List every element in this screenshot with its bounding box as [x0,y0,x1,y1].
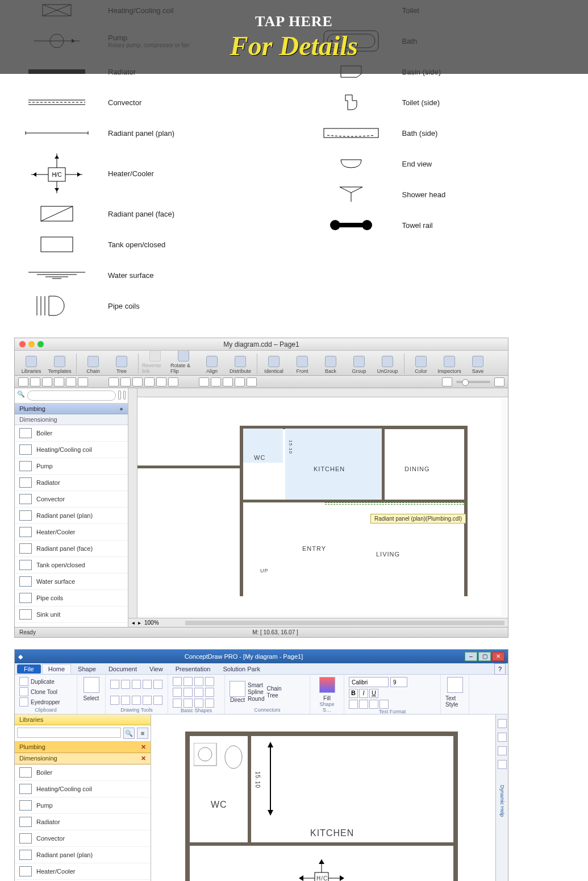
toolbar-chain[interactable]: Chain [80,356,106,374]
basic-shape-icon[interactable] [184,688,193,697]
shape-tool-icon[interactable] [121,680,130,689]
text-style-icon[interactable] [447,677,463,693]
tool-icon[interactable] [78,377,88,387]
selected-shape[interactable] [325,502,467,505]
library-item[interactable]: Convector [15,491,128,508]
library-item[interactable]: Radiant panel (plan) [15,847,151,863]
basic-shape-icon[interactable] [205,688,214,697]
tool-icon[interactable] [144,377,155,387]
eyedropper-icon[interactable] [19,697,28,707]
library-item[interactable]: Heater/Cooler [15,863,151,880]
shape-tool-icon[interactable] [110,680,119,689]
library-item[interactable]: Radiator [15,814,151,830]
collapse-icon[interactable]: ● [119,405,123,412]
round-connector[interactable]: Round [248,696,264,702]
close-section-icon[interactable]: ✕ [141,755,146,762]
shape-tool-icon[interactable] [110,696,119,705]
close-icon[interactable] [19,341,26,347]
library-item[interactable]: Radiant panel (plan) [15,508,128,524]
bold-icon[interactable]: B [349,689,358,698]
section-plumbing[interactable]: Plumbing✕ [15,742,151,753]
zoom-out-icon[interactable] [442,377,452,387]
basic-shape-icon[interactable] [205,677,214,686]
align-right-icon[interactable] [369,700,378,709]
tool-icon[interactable] [247,377,257,387]
align-center-icon[interactable] [359,700,368,709]
align-left-icon[interactable] [349,700,358,709]
maximize-button[interactable]: ▢ [478,652,491,661]
toolbar-ungroup[interactable]: UnGroup [374,356,401,374]
library-item[interactable]: Sink unit [15,606,128,623]
tool-icon[interactable] [120,377,131,387]
tool-icon[interactable] [54,377,64,387]
tool-icon[interactable] [109,377,119,387]
tool-icon[interactable] [168,377,178,387]
shape-tool-icon[interactable] [132,680,141,689]
duplicate-icon[interactable] [19,677,28,686]
library-item[interactable]: Radiant panel (face) [15,541,128,557]
toolbar-align[interactable]: Align [199,356,225,374]
tool-icon[interactable] [18,377,28,387]
library-item[interactable]: Convector [15,830,151,847]
toolbar-inspectors[interactable]: Inspectors [436,356,462,374]
align-justify-icon[interactable] [380,700,389,709]
library-item[interactable]: Tank open/closed [15,557,128,574]
minimize-button[interactable]: – [465,652,477,661]
basic-shape-icon[interactable] [194,699,203,708]
tool-icon[interactable] [211,377,221,387]
clone-tool-label[interactable]: Clone Tool [31,689,57,695]
library-item[interactable]: Boiler [15,764,151,781]
library-header-plumbing[interactable]: Plumbing● [15,404,128,414]
close-section-icon[interactable]: ✕ [141,743,146,751]
toolbar-save[interactable]: Save [465,356,491,374]
drawing-canvas[interactable]: WC KITCHEN DINING ENTRY LIVING UP 15.10 … [128,388,508,627]
library-item[interactable]: Pump [15,797,151,814]
basic-shape-icon[interactable] [194,688,203,697]
tool-icon[interactable] [66,377,76,387]
minimize-icon[interactable] [28,341,35,347]
basic-shape-icon[interactable] [173,688,182,697]
tab-shape[interactable]: Shape [72,664,102,674]
next-page-icon[interactable]: ▸ [138,620,141,626]
help-icon[interactable]: ? [494,663,506,675]
shape-tool-icon[interactable] [132,696,141,705]
zoom-in-icon[interactable] [494,377,504,387]
prev-page-icon[interactable]: ◂ [132,620,135,626]
win-titlebar[interactable]: ◆ ConceptDraw PRO - [My diagram - Page1]… [15,650,508,663]
font-size-combo[interactable]: 9 [390,677,407,687]
library-item[interactable]: Boiler [15,425,128,442]
toolbar-tree[interactable]: Tree [109,356,135,374]
toolbar-reverse-link[interactable]: Reverse link [142,350,168,374]
select-icon[interactable] [84,677,99,693]
tab-solution-park[interactable]: Solution Park [217,664,265,674]
toolbar-group[interactable]: Group [346,356,372,374]
font-combo[interactable]: Calibri [349,677,389,687]
tab-document[interactable]: Document [103,664,143,674]
tab-presentation[interactable]: Presentation [170,664,216,674]
basic-shape-icon[interactable] [205,699,214,708]
grid-view-icon[interactable] [123,390,126,400]
library-item[interactable]: Heater/Cooler [15,524,128,541]
italic-icon[interactable]: I [359,689,368,698]
library-item[interactable]: Heating/Cooling coil [15,442,128,458]
shape-tool-icon[interactable] [121,696,130,705]
library-item[interactable]: Pump [15,458,128,475]
library-item[interactable]: Pipe coils [15,590,128,606]
tree-connector[interactable]: Tree [266,692,281,699]
shape-tool-icon[interactable] [143,680,152,689]
close-button[interactable]: ✕ [492,652,504,661]
panel-icon[interactable] [498,733,507,742]
search-button[interactable]: 🔍 [123,728,135,739]
spline-connector[interactable]: Spline [248,689,264,695]
toolbar-color[interactable]: Color [408,356,434,374]
section-dimensioning[interactable]: Dimensioning✕ [15,753,151,764]
basic-shape-icon[interactable] [184,677,193,686]
shape-tool-icon[interactable] [153,696,162,705]
toolbar-identical[interactable]: Identical [261,356,287,374]
shape-tool-icon[interactable] [153,680,162,689]
zoom-icon[interactable] [37,341,44,347]
tool-icon[interactable] [30,377,40,387]
tool-icon[interactable] [42,377,52,387]
library-item[interactable]: Heating/Cooling coil [15,781,151,797]
duplicate-label[interactable]: Duplicate [31,679,55,685]
